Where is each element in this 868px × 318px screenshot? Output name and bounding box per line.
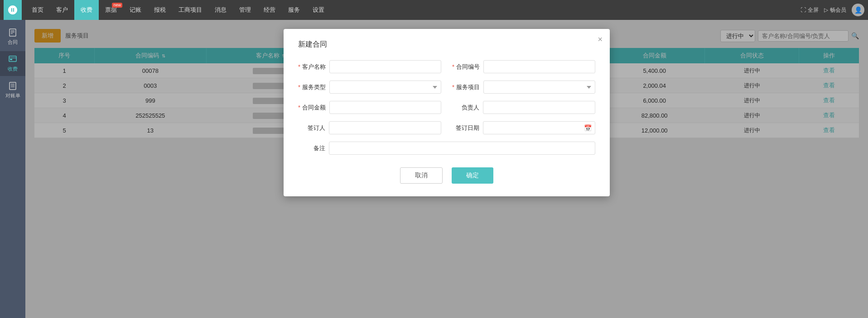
nav-business[interactable]: 工商项目 [172, 0, 208, 20]
responsible-field: 负责人 [452, 101, 595, 114]
remark-label: 备注 [298, 144, 325, 152]
modal-overlay: × 新建合同 客户名称 合同编号 服务类型 [25, 20, 868, 318]
app-logo [4, 0, 22, 20]
client-name-input[interactable] [329, 60, 441, 73]
client-name-field: 客户名称 [298, 60, 441, 73]
sidebar-item-contract[interactable]: 合同 [0, 24, 25, 49]
sidebar-item-billing[interactable]: 收费 [0, 51, 25, 76]
service-type-label: 服务类型 [298, 83, 326, 91]
svg-rect-4 [9, 56, 16, 62]
nav-invoice[interactable]: 票据 new [99, 0, 123, 20]
fullscreen-icon: ⛶ [800, 7, 806, 13]
signer-field: 签订人 [298, 121, 441, 134]
top-navigation: 首页 客户 收费 票据 new 记账 报税 工商项目 消息 管理 经营 服务 设… [0, 0, 868, 20]
nav-home[interactable]: 首页 [25, 0, 50, 20]
nav-client[interactable]: 客户 [50, 0, 74, 20]
svg-rect-6 [10, 59, 12, 60]
service-item-label: 服务项目 [452, 83, 480, 91]
nav-billing[interactable]: 收费 [74, 0, 99, 20]
confirm-button[interactable]: 确定 [452, 167, 493, 184]
nav-settings[interactable]: 设置 [306, 0, 331, 20]
date-input-wrapper: 2023-06-06 📅 [483, 121, 595, 134]
nav-operation[interactable]: 经营 [257, 0, 282, 20]
nav-accounting[interactable]: 记账 [123, 0, 148, 20]
modal-footer: 取消 确定 [298, 167, 595, 184]
service-type-field: 服务类型 [298, 81, 441, 94]
nav-message[interactable]: 消息 [208, 0, 233, 20]
sidebar-item-statement[interactable]: 对账单 [0, 78, 25, 103]
contract-amount-input[interactable]: 0.00 [329, 101, 441, 114]
nav-tax[interactable]: 报税 [148, 0, 172, 20]
svg-rect-7 [10, 82, 16, 90]
nav-service[interactable]: 服务 [282, 0, 306, 20]
nav-manage[interactable]: 管理 [233, 0, 257, 20]
nav-menu: 首页 客户 收费 票据 new 记账 报税 工商项目 消息 管理 经营 服务 设… [25, 0, 800, 20]
service-type-select[interactable] [329, 81, 441, 94]
contract-amount-field: 合同金额 0.00 [298, 101, 441, 114]
contract-no-input[interactable] [483, 60, 595, 73]
contract-no-label: 合同编号 [452, 63, 480, 71]
sign-date-label: 签订日期 [452, 124, 479, 132]
responsible-input[interactable] [483, 101, 595, 114]
remark-field: 备注 [298, 142, 595, 155]
responsible-label: 负责人 [452, 104, 479, 112]
svg-rect-0 [10, 29, 16, 36]
main-layout: 合同 收费 对账单 [0, 20, 868, 318]
form-grid: 客户名称 合同编号 服务类型 服务项目 [298, 60, 595, 155]
nav-right-area: ⛶ 全屏 ▷ 畅会员 👤 [800, 4, 864, 16]
contract-amount-label: 合同金额 [298, 104, 326, 112]
contract-no-field: 合同编号 [452, 60, 595, 73]
service-item-select[interactable] [483, 81, 595, 94]
play-icon: ▷ [824, 7, 828, 13]
content-area: 新增 服务项目 进行中 已完成 已终止 🔍 序号 合同编码 ⇅ 客户名称 ⇅ 服… [25, 20, 868, 318]
new-contract-modal: × 新建合同 客户名称 合同编号 服务类型 [284, 29, 610, 196]
remark-input[interactable] [329, 142, 595, 155]
modal-title: 新建合同 [298, 40, 595, 49]
signer-label: 签订人 [298, 124, 325, 132]
billing-icon [8, 55, 17, 64]
new-badge: new [112, 3, 122, 8]
sign-date-input[interactable]: 2023-06-06 [483, 121, 595, 134]
avatar[interactable]: 👤 [852, 4, 864, 16]
sidebar: 合同 收费 对账单 [0, 20, 25, 318]
cancel-button[interactable]: 取消 [400, 167, 443, 184]
fullscreen-button[interactable]: ⛶ 全屏 [800, 6, 819, 14]
modal-close-button[interactable]: × [598, 35, 603, 43]
signer-input[interactable] [329, 121, 441, 134]
sign-date-field: 签订日期 2023-06-06 📅 [452, 121, 595, 134]
contract-icon [8, 28, 17, 37]
service-item-field: 服务项目 [452, 81, 595, 94]
statement-icon [8, 81, 17, 90]
member-button[interactable]: ▷ 畅会员 [824, 6, 846, 14]
client-name-label: 客户名称 [298, 63, 326, 71]
